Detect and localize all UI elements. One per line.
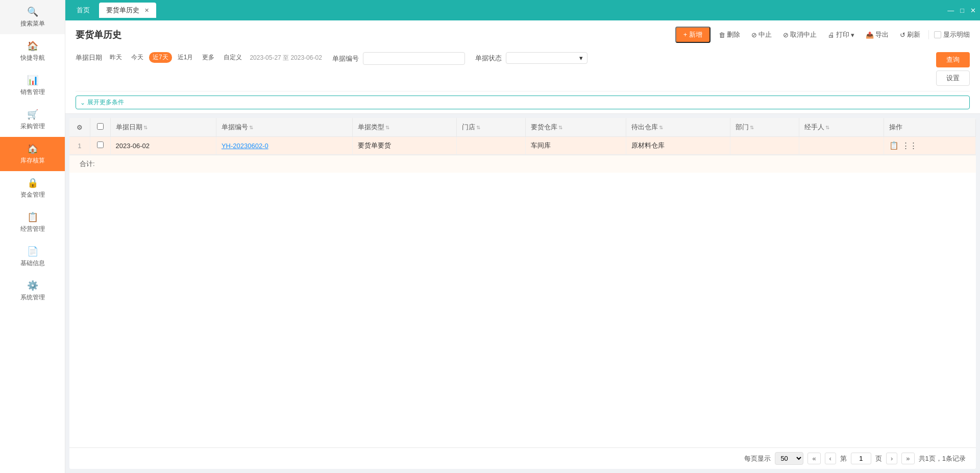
tab-bar: 首页要货单历史✕ — □ ✕: [65, 0, 980, 20]
edit-action-icon[interactable]: 📋: [889, 141, 899, 150]
cell-actions: 📋 ⋮⋮: [884, 137, 975, 155]
date-filter-label: 单据日期: [76, 53, 102, 62]
cell-handler: [799, 137, 884, 155]
table-container: ⚙单据日期⇅单据编号⇅单据类型⇅门店⇅要货仓库⇅待出仓库⇅部门⇅经手人⇅操作 1…: [69, 118, 976, 469]
summary-row: 合计:: [69, 155, 976, 173]
sidebar-item-purchase[interactable]: 🛒采购管理: [0, 103, 65, 137]
table-header: ⚙单据日期⇅单据编号⇅单据类型⇅门店⇅要货仓库⇅待出仓库⇅部门⇅经手人⇅操作: [69, 118, 976, 137]
display-detail-toggle[interactable]: 显示明细: [934, 30, 970, 39]
toolbar: + 新增 🗑 删除 ⊘ 中止 ⊘ 取消中止 🖨 打: [675, 27, 970, 43]
stop-button[interactable]: ⊘ 中止: [748, 28, 775, 41]
sidebar-item-label: 资金管理: [20, 191, 45, 199]
row-checkbox[interactable]: [97, 141, 104, 148]
sidebar-item-quick-nav[interactable]: 🏠快捷导航: [0, 34, 65, 68]
date-btn-more[interactable]: 更多: [199, 52, 218, 63]
sidebar-item-label: 搜索菜单: [20, 19, 45, 28]
new-button[interactable]: + 新增: [675, 27, 710, 43]
sidebar-item-system[interactable]: ⚙️系统管理: [0, 274, 65, 308]
cell-doc-type: 要货单要货: [353, 137, 457, 155]
col-header-req_warehouse[interactable]: 要货仓库⇅: [526, 118, 626, 137]
prev-page-btn[interactable]: ‹: [825, 453, 836, 464]
date-btn-today[interactable]: 今天: [128, 52, 147, 63]
sort-icon: ⇅: [558, 125, 562, 130]
date-btn-last_month[interactable]: 近1月: [174, 52, 197, 63]
tab-home[interactable]: 首页: [69, 3, 97, 18]
cancel-stop-button[interactable]: ⊘ 取消中止: [780, 28, 820, 41]
doc-number-input[interactable]: [363, 52, 465, 65]
table-row: 12023-06-02YH-20230602-0要货单要货车间库原材料仓库 📋 …: [69, 137, 976, 155]
next-page-btn[interactable]: ›: [886, 453, 897, 464]
minimize-btn[interactable]: —: [947, 7, 954, 14]
col-header-handler[interactable]: 经手人⇅: [799, 118, 884, 137]
maximize-btn[interactable]: □: [960, 7, 964, 14]
sort-icon: ⇅: [385, 125, 389, 130]
settings-icon[interactable]: ⚙: [77, 124, 83, 131]
cell-pending-warehouse: 原材料仓库: [626, 137, 730, 155]
per-page-select[interactable]: 50 100: [775, 452, 803, 465]
col-header-department[interactable]: 部门⇅: [730, 118, 799, 137]
sidebar-item-finance[interactable]: 🔒资金管理: [0, 171, 65, 205]
sidebar-item-sales[interactable]: 📊销售管理: [0, 68, 65, 103]
select-all-checkbox[interactable]: [97, 123, 104, 130]
cell-doc-date: 2023-06-02: [110, 137, 216, 155]
refresh-button[interactable]: ↺ 刷新: [897, 28, 923, 41]
sort-icon: ⇅: [143, 125, 148, 130]
query-button[interactable]: 查询: [936, 52, 970, 67]
date-btn-last7days[interactable]: 近7天: [149, 52, 172, 63]
display-detail-label: 显示明细: [943, 30, 970, 39]
sidebar-item-label: 采购管理: [20, 122, 45, 131]
col-header-doc_type[interactable]: 单据类型⇅: [353, 118, 457, 137]
sort-icon: ⇅: [249, 125, 253, 130]
col-header-pending_warehouse[interactable]: 待出仓库⇅: [626, 118, 730, 137]
display-detail-checkbox[interactable]: [934, 31, 941, 38]
sort-icon: ⇅: [825, 125, 829, 130]
date-btn-custom[interactable]: 自定义: [220, 52, 246, 63]
sidebar: 🔍搜索菜单🏠快捷导航📊销售管理🛒采购管理🏠库存核算🔒资金管理📋经营管理📄基础信息…: [0, 0, 65, 473]
date-btn-yesterday[interactable]: 昨天: [106, 52, 126, 63]
last-page-btn[interactable]: »: [901, 453, 914, 464]
stop-icon: ⊘: [751, 31, 757, 39]
per-page-label: 每页显示: [744, 454, 771, 463]
tab-close-icon[interactable]: ✕: [144, 7, 149, 14]
expand-icon: ⌄: [80, 99, 85, 106]
filter-actions: 查询 设置: [936, 52, 970, 86]
expand-conditions-button[interactable]: ⌄ 展开更多条件: [76, 96, 970, 109]
sales-icon: 📊: [27, 75, 38, 86]
pagination: 每页显示 50 100 « ‹ 第 页 › » 共1页，1条记录: [69, 447, 976, 469]
print-button[interactable]: 🖨 打印 ▾: [825, 28, 857, 41]
tab-requisition-history[interactable]: 要货单历史✕: [99, 3, 156, 18]
first-page-btn[interactable]: «: [807, 453, 820, 464]
status-select-arrow: ▾: [579, 54, 583, 62]
sidebar-item-search-menu[interactable]: 🔍搜索菜单: [0, 0, 65, 34]
cell-doc-number[interactable]: YH-20230602-0: [216, 137, 352, 155]
cell-department: [730, 137, 799, 155]
page-label: 第: [840, 454, 847, 463]
sort-icon: ⇅: [750, 125, 754, 130]
doc-number-label: 单据编号: [332, 54, 359, 63]
date-range-text: 2023-05-27 至 2023-06-02: [250, 54, 322, 62]
refresh-label: 刷新: [907, 30, 920, 39]
cell-store: [457, 137, 526, 155]
col-header-doc_date[interactable]: 单据日期⇅: [110, 118, 216, 137]
col-header-doc_number[interactable]: 单据编号⇅: [216, 118, 352, 137]
filter-row: 单据日期 昨天今天近7天近1月更多自定义 2023-05-27 至 2023-0…: [76, 48, 970, 91]
export-button[interactable]: 📤 导出: [863, 28, 892, 41]
close-btn[interactable]: ✕: [970, 7, 976, 14]
sidebar-item-operations[interactable]: 📋经营管理: [0, 205, 65, 240]
sidebar-item-inventory[interactable]: 🏠库存核算: [0, 137, 65, 171]
sidebar-item-label: 销售管理: [20, 88, 45, 97]
col-header-store[interactable]: 门店⇅: [457, 118, 526, 137]
delete-button[interactable]: 🗑 删除: [716, 28, 743, 41]
sidebar-item-label: 库存核算: [20, 156, 45, 165]
status-select[interactable]: ▾: [506, 52, 587, 64]
page-input[interactable]: [851, 453, 871, 464]
sidebar-item-label: 基础信息: [20, 259, 45, 268]
quick-nav-icon: 🏠: [27, 40, 38, 52]
export-icon: 📤: [866, 31, 874, 39]
print-dropdown-icon: ▾: [851, 31, 854, 39]
settings-button[interactable]: 设置: [936, 70, 970, 86]
status-filter: 单据状态 ▾: [475, 52, 587, 64]
sidebar-item-basics[interactable]: 📄基础信息: [0, 240, 65, 274]
expand-row: ⌄ 展开更多条件: [76, 91, 970, 113]
more-action-icon[interactable]: ⋮⋮: [902, 141, 917, 150]
